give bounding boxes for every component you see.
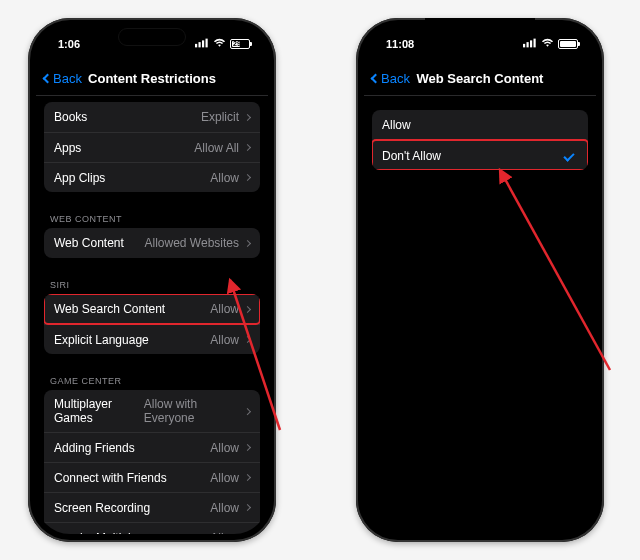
- row-multiplayer-games[interactable]: Multiplayer GamesAllow with Everyone: [44, 390, 260, 432]
- checkmark-icon: [563, 150, 574, 161]
- chevron-left-icon: [371, 74, 381, 84]
- content-right[interactable]: Allow Don't Allow: [364, 96, 596, 534]
- chevron-right-icon: [244, 504, 251, 511]
- signal-icon: [523, 38, 537, 50]
- chevron-right-icon: [244, 305, 251, 312]
- chevron-right-icon: [244, 113, 251, 120]
- page-title: Content Restrictions: [88, 71, 216, 86]
- wifi-icon: [541, 38, 554, 50]
- row-dont-allow[interactable]: Don't Allow: [372, 140, 588, 170]
- row-explicit-language[interactable]: Explicit LanguageAllow: [44, 324, 260, 354]
- back-label: Back: [381, 71, 410, 86]
- screen-right: 11:08 Back Web Search Content Allow Don'…: [364, 26, 596, 534]
- status-time: 1:06: [58, 38, 80, 50]
- chevron-right-icon: [244, 174, 251, 181]
- phone-left: 1:06 29 Back Content Restrictions BooksE…: [28, 18, 276, 542]
- svg-rect-5: [527, 42, 529, 47]
- notch: [425, 18, 535, 36]
- row-app-clips[interactable]: App ClipsAllow: [44, 162, 260, 192]
- wifi-icon: [213, 38, 226, 50]
- svg-rect-6: [530, 40, 532, 47]
- top-group: BooksExplicit AppsAllow All App ClipsAll…: [44, 102, 260, 192]
- row-allow[interactable]: Allow: [372, 110, 588, 140]
- chevron-left-icon: [43, 74, 53, 84]
- nav-bar: Back Content Restrictions: [36, 62, 268, 96]
- phone-right: 11:08 Back Web Search Content Allow Don'…: [356, 18, 604, 542]
- chevron-right-icon: [244, 239, 251, 246]
- chevron-right-icon: [244, 144, 251, 151]
- svg-rect-0: [195, 44, 197, 48]
- chevron-right-icon: [244, 444, 251, 451]
- chevron-right-icon: [244, 408, 251, 415]
- battery-icon: 29: [230, 39, 250, 49]
- options-group: Allow Don't Allow: [372, 110, 588, 170]
- section-siri: SIRI: [36, 268, 268, 294]
- screen-left: 1:06 29 Back Content Restrictions BooksE…: [36, 26, 268, 534]
- dynamic-island: [118, 28, 186, 46]
- svg-rect-1: [199, 42, 201, 47]
- back-button[interactable]: Back: [372, 71, 410, 86]
- svg-rect-2: [202, 40, 204, 47]
- gc-group: Multiplayer GamesAllow with Everyone Add…: [44, 390, 260, 534]
- back-label: Back: [53, 71, 82, 86]
- page-title: Web Search Content: [417, 71, 544, 86]
- row-connect-with-friends[interactable]: Connect with FriendsAllow: [44, 462, 260, 492]
- siri-group: Web Search ContentAllow Explicit Languag…: [44, 294, 260, 354]
- svg-rect-4: [523, 44, 525, 48]
- section-web-content: WEB CONTENT: [36, 202, 268, 228]
- back-button[interactable]: Back: [44, 71, 82, 86]
- status-right: [523, 38, 578, 50]
- web-group: Web ContentAllowed Websites: [44, 228, 260, 258]
- row-apps[interactable]: AppsAllow All: [44, 132, 260, 162]
- row-screen-recording[interactable]: Screen RecordingAllow: [44, 492, 260, 522]
- row-nearby-multiplayer[interactable]: Nearby MultiplayerAllow: [44, 522, 260, 534]
- status-right: 29: [195, 38, 250, 50]
- nav-bar: Back Web Search Content: [364, 62, 596, 96]
- row-books[interactable]: BooksExplicit: [44, 102, 260, 132]
- content-left[interactable]: BooksExplicit AppsAllow All App ClipsAll…: [36, 96, 268, 534]
- row-web-content[interactable]: Web ContentAllowed Websites: [44, 228, 260, 258]
- section-game-center: GAME CENTER: [36, 364, 268, 390]
- row-adding-friends[interactable]: Adding FriendsAllow: [44, 432, 260, 462]
- svg-rect-7: [534, 39, 536, 48]
- signal-icon: [195, 38, 209, 50]
- status-time: 11:08: [386, 38, 414, 50]
- chevron-right-icon: [244, 474, 251, 481]
- chevron-right-icon: [244, 336, 251, 343]
- row-web-search-content[interactable]: Web Search ContentAllow: [44, 294, 260, 324]
- battery-icon: [558, 39, 578, 49]
- svg-rect-3: [206, 39, 208, 48]
